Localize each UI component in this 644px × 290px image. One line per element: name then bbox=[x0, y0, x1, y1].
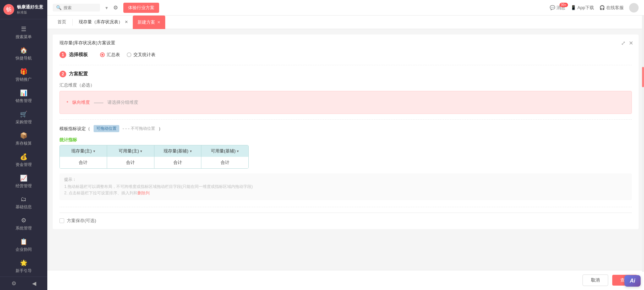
panel-expand-btn[interactable]: ⤢ bbox=[621, 40, 625, 46]
tab-inventory-close[interactable]: ✕ bbox=[125, 20, 128, 24]
cancel-button[interactable]: 取消 bbox=[583, 274, 608, 286]
gear-icon[interactable]: ⚙ bbox=[113, 4, 118, 11]
col-3-chevron: ▾ bbox=[190, 149, 192, 153]
section-divider-1 bbox=[59, 65, 632, 65]
panel-controls: ⤢ ✕ bbox=[621, 40, 633, 46]
app-download-btn[interactable]: 📱 App下载 bbox=[571, 5, 594, 11]
topbar-search-box[interactable]: 🔍 bbox=[53, 4, 100, 11]
sidebar-item-label: 企业协同 bbox=[16, 247, 32, 252]
section1-header: 1 选择模板 汇总表 交叉统计表 bbox=[59, 51, 632, 58]
topbar: 🔍 ▾ ⚙ 体验行业方案 💬 消息 99+ 📱 App下载 🎧 在线客服 bbox=[47, 0, 644, 16]
tab-new-plan[interactable]: 新建方案 ✕ bbox=[133, 16, 165, 29]
radio-crosstab-circle bbox=[127, 52, 131, 57]
sidebar-item-marketing[interactable]: 🎁 营销推广 bbox=[0, 65, 47, 86]
sidebar-item-label: 快捷导航 bbox=[16, 55, 32, 61]
stats-col-1-name: 现存量(主) bbox=[71, 148, 92, 154]
sidebar-item-label: 经营管理 bbox=[16, 183, 32, 189]
sidebar-item-sales[interactable]: 📊 销售管理 bbox=[0, 86, 47, 107]
col-4-chevron: ▾ bbox=[237, 149, 239, 153]
right-scrollbar[interactable] bbox=[642, 16, 644, 272]
stats-col-4-name: 可用量(基辅) bbox=[211, 148, 236, 154]
tips-item-2: 2. 点击标题栏下拉可设置排序、插入列和删除列 bbox=[64, 190, 627, 196]
finance-icon: 💰 bbox=[20, 153, 27, 161]
dim-pink-box[interactable]: * 纵向维度 —— 请选择分组维度 bbox=[59, 91, 632, 114]
tab-inventory-status[interactable]: 现存量（库存状况表） ✕ bbox=[74, 16, 133, 29]
dim-label: 汇总维度（必选） bbox=[59, 82, 632, 88]
guide-icon: 🌟 bbox=[20, 259, 27, 267]
tab-new-plan-close[interactable]: ✕ bbox=[157, 20, 160, 25]
radio-summary-circle bbox=[100, 52, 105, 57]
online-service-label: 在线客服 bbox=[606, 5, 624, 11]
app-download-icon: 📱 bbox=[571, 5, 576, 10]
sidebar-item-search-menu[interactable]: ☰ 搜索菜单 bbox=[0, 22, 47, 43]
tips-title: 提示： bbox=[64, 177, 627, 183]
stats-col-1[interactable]: 现存量(主) ▾ bbox=[60, 145, 107, 157]
search-menu-icon: ☰ bbox=[21, 25, 26, 33]
sales-icon: 📊 bbox=[20, 89, 27, 97]
sidebar-item-label: 新手引导 bbox=[16, 268, 32, 274]
trial-btn[interactable]: 体验行业方案 bbox=[123, 3, 159, 13]
message-btn[interactable]: 💬 消息 99+ bbox=[550, 5, 565, 11]
section-divider-3 bbox=[59, 207, 632, 207]
content-area: 现存量(库存状况表)方案设置 ⤢ ✕ 1 选择模板 汇总表 bbox=[47, 29, 644, 270]
topbar-right: 💬 消息 99+ 📱 App下载 🎧 在线客服 bbox=[550, 3, 639, 13]
radio-crosstab[interactable]: 交叉统计表 bbox=[127, 52, 155, 58]
indicator-settings-prefix: 模板指标设定（ bbox=[59, 126, 90, 132]
stats-col-4[interactable]: 可用量(基辅) ▾ bbox=[201, 145, 248, 157]
col-2-chevron: ▾ bbox=[140, 149, 142, 153]
footer-collapse-btn[interactable]: ◀ bbox=[32, 280, 36, 287]
sidebar-item-inventory[interactable]: 📦 库存核算 bbox=[0, 128, 47, 150]
sidebar-item-purchase[interactable]: 🛒 采购管理 bbox=[0, 107, 47, 128]
radio-summary[interactable]: 汇总表 bbox=[100, 52, 120, 58]
message-icon: 💬 bbox=[550, 5, 555, 10]
sidebar-item-finance[interactable]: 💰 资金管理 bbox=[0, 150, 47, 171]
search-input[interactable] bbox=[64, 5, 97, 10]
sidebar-item-system[interactable]: ⚙ 系统管理 bbox=[0, 213, 47, 235]
indicator-settings: 模板指标设定（ 可拖动位置 不可拖动位置 ） bbox=[59, 125, 632, 132]
message-badge: 99+ bbox=[560, 3, 568, 7]
stats-col-2[interactable]: 可用量(主) ▾ bbox=[107, 145, 154, 157]
sidebar-item-operation[interactable]: 📈 经营管理 bbox=[0, 171, 47, 192]
section-config: 2 方案配置 汇总维度（必选） * 纵向维度 —— 请选择分组维度 bbox=[59, 71, 632, 200]
sidebar: 畅 畅康通好生意 标准版 ☰ 搜索菜单 🏠 快捷导航 🎁 营销推广 📊 销售管理… bbox=[0, 0, 47, 290]
sidebar-item-contract[interactable]: 📋 企业协同 bbox=[0, 235, 47, 256]
user-avatar[interactable] bbox=[629, 3, 639, 13]
sidebar-item-guide[interactable]: 🌟 新手引导 bbox=[0, 256, 47, 276]
tab-home[interactable]: 首页 bbox=[53, 16, 71, 29]
tips-area: 提示： 1.拖动标题栏可以调整布局，不可跨维度或指标区域拖动栏目字段(只能在同一… bbox=[59, 173, 632, 200]
sidebar-item-label: 销售管理 bbox=[16, 98, 32, 104]
dim-vertical-label: 纵向维度 bbox=[72, 99, 90, 105]
stats-cell-2: 合计 bbox=[107, 157, 154, 168]
app-logo-text: 畅康通好生意 标准版 bbox=[17, 4, 43, 15]
tabs-bar: 首页 现存量（库存状况表） ✕ 新建方案 ✕ bbox=[47, 16, 644, 29]
stats-cell-3: 合计 bbox=[154, 157, 202, 168]
sidebar-item-label: 基础信息 bbox=[16, 204, 32, 210]
dim-arrow: —— bbox=[94, 100, 103, 105]
stats-section-label: 统计指标 bbox=[59, 137, 632, 143]
dropdown-icon[interactable]: ▾ bbox=[105, 5, 108, 10]
save-checkbox[interactable] bbox=[59, 218, 64, 223]
panel-close-btn[interactable]: ✕ bbox=[629, 40, 633, 46]
home-icon: 🏠 bbox=[20, 47, 27, 54]
section2-num: 2 bbox=[59, 71, 66, 77]
basic-info-icon: 🗂 bbox=[21, 196, 27, 203]
footer-settings-btn[interactable]: ⚙ bbox=[11, 280, 16, 287]
stats-col-3[interactable]: 现存量(基辅) ▾ bbox=[154, 145, 202, 157]
sidebar-item-label: 系统管理 bbox=[16, 225, 32, 231]
inventory-icon: 📦 bbox=[20, 132, 27, 139]
tag-fixed: 不可拖动位置 bbox=[123, 126, 155, 131]
template-radio-group: 汇总表 交叉统计表 bbox=[100, 52, 155, 58]
stats-cell-1: 合计 bbox=[60, 157, 107, 168]
tab-inventory-label: 现存量（库存状况表） bbox=[79, 19, 123, 25]
scrollbar-thumb bbox=[642, 67, 644, 87]
sidebar-item-quick-nav[interactable]: 🏠 快捷导航 bbox=[0, 43, 47, 65]
purchase-icon: 🛒 bbox=[20, 111, 27, 118]
operation-icon: 📈 bbox=[20, 174, 27, 182]
sidebar-item-basic-info[interactable]: 🗂 基础信息 bbox=[0, 192, 47, 213]
stats-table: 现存量(主) ▾ 可用量(主) ▾ 现存量(基辅) ▾ bbox=[59, 145, 249, 169]
ai-badge[interactable]: Ai bbox=[624, 275, 641, 287]
col-1-chevron: ▾ bbox=[93, 149, 95, 153]
online-service-btn[interactable]: 🎧 在线客服 bbox=[599, 5, 624, 11]
section1-num: 1 bbox=[59, 51, 66, 58]
indicator-settings-suffix: ） bbox=[158, 126, 163, 132]
